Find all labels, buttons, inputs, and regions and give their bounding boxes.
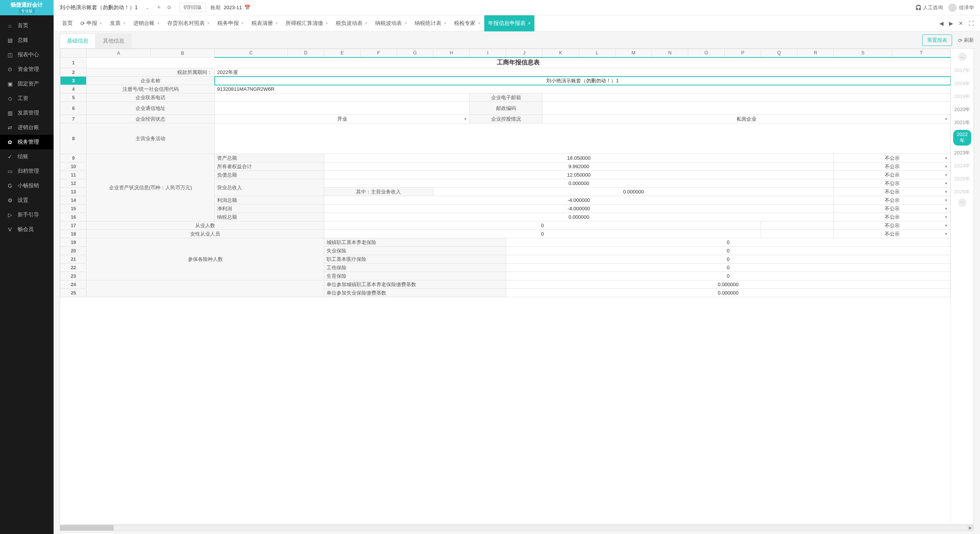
close-icon[interactable]: × xyxy=(478,21,480,26)
col-header[interactable]: B xyxy=(150,49,214,57)
sidebar-item-10[interactable]: ▭归档管理 xyxy=(0,164,54,179)
tab-7[interactable]: 所得税汇算清缴× xyxy=(282,15,332,31)
sidebar-icon: ✓ xyxy=(7,154,13,160)
col-header[interactable]: A xyxy=(87,49,150,57)
tab-1[interactable]: ⟳申报× xyxy=(77,15,106,31)
account-dropdown-icon[interactable]: ⌄ xyxy=(145,5,149,10)
close-icon[interactable]: × xyxy=(157,21,160,26)
col-header[interactable]: O xyxy=(688,49,724,57)
col-header[interactable]: J xyxy=(506,49,542,57)
year-scroll-up-icon[interactable]: ︿ xyxy=(958,52,967,61)
tab-close-all-icon[interactable]: ✕ xyxy=(957,19,965,28)
subtab-basic[interactable]: 基础信息 xyxy=(60,33,96,48)
col-header[interactable]: S xyxy=(834,49,892,57)
year-item[interactable]: 2020年 xyxy=(951,103,973,116)
sidebar-icon: ⚙ xyxy=(7,197,13,203)
tab-prev-icon[interactable]: ◀ xyxy=(938,19,945,28)
tab-5[interactable]: 税务申报× xyxy=(214,15,248,31)
col-header[interactable]: I xyxy=(470,49,506,57)
col-header[interactable]: M xyxy=(615,49,652,57)
close-icon[interactable]: × xyxy=(100,21,102,26)
spreadsheet[interactable]: ABCDEFGHIJKLMNOPQRST 1工商年报信息表 2税款所属期间：20… xyxy=(60,49,951,297)
sidebar-item-14[interactable]: V畅会员 xyxy=(0,222,54,237)
close-icon[interactable]: × xyxy=(325,21,328,26)
reset-report-button[interactable]: 重置报表 xyxy=(922,34,952,46)
horizontal-scrollbar[interactable]: ▶ xyxy=(60,525,974,531)
scroll-right-icon[interactable]: ▶ xyxy=(967,525,973,531)
col-header[interactable]: L xyxy=(579,49,615,57)
support-link[interactable]: 🎧 人工咨询 xyxy=(915,4,943,11)
tab-4[interactable]: 存货别名对照表× xyxy=(163,15,214,31)
sidebar-icon: ▷ xyxy=(7,212,13,218)
close-icon[interactable]: × xyxy=(365,21,368,26)
tab-10[interactable]: 纳税统计表× xyxy=(411,15,450,31)
account-settings-icon[interactable]: ⚙ xyxy=(167,5,172,10)
year-item[interactable]: 2023年 xyxy=(951,146,973,159)
sidebar-item-8[interactable]: ✿税务管理 xyxy=(0,135,54,149)
col-header[interactable]: R xyxy=(797,49,834,57)
close-icon[interactable]: × xyxy=(241,21,244,26)
sidebar-icon: ▣ xyxy=(7,81,13,87)
tab-6[interactable]: 税表清册× xyxy=(248,15,282,31)
period-value[interactable]: 2023-11 xyxy=(224,5,242,10)
col-header[interactable]: K xyxy=(542,49,579,57)
sidebar-item-0[interactable]: ⌂首页 xyxy=(0,18,54,33)
close-icon[interactable]: × xyxy=(404,21,407,26)
sidebar-icon: ◫ xyxy=(7,52,13,58)
col-header[interactable]: F xyxy=(360,49,397,57)
close-icon[interactable]: × xyxy=(275,21,278,26)
account-name[interactable]: 刘小艳演示账套（勿删勿动！）1 xyxy=(60,4,138,11)
tab-2[interactable]: 发票× xyxy=(106,15,129,31)
sidebar-item-1[interactable]: ▤总账 xyxy=(0,33,54,48)
old-version-button[interactable]: 切到旧版 xyxy=(179,3,206,12)
year-rail: ︿ 2017年2018年2019年2020年2021年2022年2023年202… xyxy=(951,49,973,524)
tab-next-icon[interactable]: ▶ xyxy=(947,19,955,28)
year-scroll-down-icon[interactable]: ﹀ xyxy=(958,198,967,207)
col-header[interactable]: D xyxy=(287,49,324,57)
sidebar-item-13[interactable]: ▷新手引导 xyxy=(0,208,54,222)
col-header[interactable]: N xyxy=(652,49,688,57)
col-header[interactable]: G xyxy=(397,49,433,57)
col-header[interactable]: H xyxy=(433,49,470,57)
sidebar-item-11[interactable]: G小畅报销 xyxy=(0,179,54,193)
status-select[interactable]: 开业 xyxy=(215,115,470,123)
refresh-button[interactable]: ⟳ 刷新 xyxy=(958,37,974,44)
sidebar-item-6[interactable]: ▥发票管理 xyxy=(0,106,54,120)
scrollbar-thumb[interactable] xyxy=(60,525,114,531)
sidebar-item-9[interactable]: ✓结账 xyxy=(0,149,54,164)
add-account-icon[interactable]: + xyxy=(157,3,161,11)
col-header[interactable]: C xyxy=(215,49,287,57)
subtab-other[interactable]: 其他信息 xyxy=(96,33,132,48)
tab-8[interactable]: 税负波动表× xyxy=(332,15,371,31)
tab-12[interactable]: 年报信息申报表× xyxy=(484,15,534,31)
sidebar-item-4[interactable]: ▣固定资产 xyxy=(0,77,54,91)
col-header[interactable]: T xyxy=(892,49,950,57)
year-item[interactable]: 2021年 xyxy=(951,116,973,129)
sidebar-item-7[interactable]: ⇄进销台账 xyxy=(0,120,54,135)
col-header[interactable]: E xyxy=(324,49,360,57)
enterprise-name-cell[interactable]: 刘小艳演示账套（勿删勿动！）1 xyxy=(215,77,951,85)
sidebar-item-5[interactable]: ◇工资 xyxy=(0,91,54,106)
sidebar-item-12[interactable]: ⚙设置 xyxy=(0,193,54,208)
sidebar-item-2[interactable]: ◫报表中心 xyxy=(0,48,54,62)
year-item[interactable]: 2022年 xyxy=(953,130,971,146)
close-icon[interactable]: × xyxy=(123,21,126,26)
sidebar: ⌂首页▤总账◫报表中心⊙资金管理▣固定资产◇工资▥发票管理⇄进销台账✿税务管理✓… xyxy=(0,15,54,534)
row-header[interactable]: 1 xyxy=(60,57,87,68)
tab-3[interactable]: 进销台账× xyxy=(129,15,163,31)
year-item: 2025年 xyxy=(951,172,973,185)
tab-0[interactable]: 首页 xyxy=(58,15,77,31)
tab-fullscreen-icon[interactable]: ⛶ xyxy=(967,19,975,28)
close-icon[interactable]: × xyxy=(207,21,210,26)
close-icon[interactable]: × xyxy=(528,21,531,26)
select-all-cell[interactable] xyxy=(60,49,87,57)
sidebar-item-3[interactable]: ⊙资金管理 xyxy=(0,62,54,77)
tab-11[interactable]: 税检专家× xyxy=(450,15,484,31)
col-header[interactable]: P xyxy=(725,49,761,57)
tab-9[interactable]: 纳税波动表× xyxy=(371,15,411,31)
holding-select[interactable]: 私营企业 xyxy=(542,115,951,123)
close-icon[interactable]: × xyxy=(444,21,446,26)
user-menu[interactable]: 徐泽华 xyxy=(948,3,974,12)
col-header[interactable]: Q xyxy=(761,49,797,57)
calendar-icon[interactable]: 📅 xyxy=(244,5,250,10)
